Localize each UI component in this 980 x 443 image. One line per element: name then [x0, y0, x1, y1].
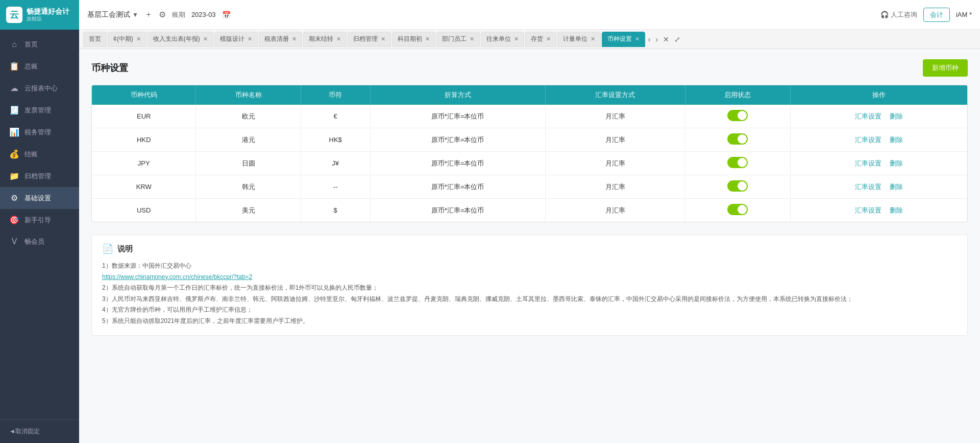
tab-interim[interactable]: ¢(中期)✕: [108, 32, 146, 47]
logo-icon: 云: [6, 7, 22, 23]
account-button[interactable]: 会计: [923, 8, 950, 22]
tab-currency[interactable]: 币种设置✕: [602, 32, 645, 47]
tab-close-icon[interactable]: ✕: [635, 36, 640, 42]
currency-code: EUR: [92, 105, 196, 128]
table-row: USD 美元 $ 原币*汇率=本位币 月汇率 汇率设置 删除: [92, 199, 967, 222]
reports-icon: ☁: [9, 83, 19, 93]
sidebar-item-reports[interactable]: ☁云报表中心: [0, 77, 79, 99]
notes-link[interactable]: https://www.chinamoney.com.cn/chinese/bk…: [102, 273, 252, 281]
rate-type: 月汇率: [545, 199, 685, 222]
main-area: 基层工会测试 ▼ ＋ ⚙ 账期 2023-03 📅 🎧 人工咨询 会计 iAM …: [79, 0, 980, 443]
tab-unit[interactable]: 计量单位✕: [557, 32, 601, 47]
enable-toggle[interactable]: [727, 133, 748, 145]
tab-close-icon[interactable]: ✕: [514, 36, 519, 42]
tab-close-icon[interactable]: ✕: [381, 36, 385, 42]
rate-setting-link[interactable]: 汇率设置: [855, 136, 881, 144]
notes-item: 2）系统自动获取每月第一个工作日的汇率标价，统一为直接标价法，即1外币可以兑换的…: [102, 283, 957, 294]
sidebar-item-label: 新手引导: [24, 216, 51, 225]
sidebar-footer[interactable]: ◄取消固定: [0, 419, 79, 443]
delete-link[interactable]: 删除: [890, 183, 903, 191]
tab-income[interactable]: 收入支出表(年报)✕: [148, 32, 213, 47]
tab-close-all-button[interactable]: ✕: [661, 35, 671, 43]
calendar-icon[interactable]: 📅: [222, 11, 231, 19]
settings-icon: ⚙: [9, 193, 19, 203]
calc-method: 原币*汇率=本位币: [370, 199, 545, 222]
delete-link[interactable]: 删除: [890, 136, 903, 144]
add-workspace-button[interactable]: ＋: [144, 9, 153, 20]
enable-toggle[interactable]: [727, 204, 748, 215]
enable-toggle[interactable]: [727, 110, 748, 121]
tab-partners[interactable]: 往来单位✕: [481, 32, 524, 47]
tax-icon: 📊: [9, 127, 19, 137]
tab-label: 存货: [531, 35, 543, 43]
tab-dept[interactable]: 部门员工✕: [436, 32, 480, 47]
notes-item: 4）无官方牌价的币种，可以用用户手工维护汇率信息；: [102, 305, 957, 316]
tab-close-icon[interactable]: ✕: [336, 36, 341, 42]
sidebar-item-settings[interactable]: ⚙基础设置: [0, 187, 79, 209]
sidebar-item-invoice[interactable]: 🧾发票管理: [0, 99, 79, 121]
tab-next-button[interactable]: ›: [653, 35, 660, 43]
rate-setting-link[interactable]: 汇率设置: [855, 112, 881, 120]
tab-label: 计量单位: [563, 35, 587, 43]
tab-period_end[interactable]: 期末结转✕: [303, 32, 347, 47]
tab-label: 税表清册: [264, 35, 289, 43]
tab-label: 收入支出表(年报): [153, 35, 200, 43]
calc-method: 原币*汇率=本位币: [370, 175, 545, 199]
calc-method: 原币*汇率=本位币: [370, 152, 545, 175]
settings-gear-icon[interactable]: ⚙: [159, 10, 166, 19]
tab-close-icon[interactable]: ✕: [546, 36, 551, 42]
tab-close-icon[interactable]: ✕: [591, 36, 595, 42]
sidebar-item-label: 结账: [24, 150, 38, 159]
tab-archive[interactable]: 归档管理✕: [348, 32, 391, 47]
currency-name: 美元: [196, 199, 301, 222]
notes-title: 📄 说明: [102, 243, 957, 254]
tab-home[interactable]: 首页: [83, 32, 107, 47]
sidebar-item-home[interactable]: ⌂首页: [0, 34, 79, 55]
new-currency-button[interactable]: 新增币种: [923, 59, 968, 77]
topbar: 基层工会测试 ▼ ＋ ⚙ 账期 2023-03 📅 🎧 人工咨询 会计 iAM …: [79, 0, 980, 30]
tab-label: 归档管理: [353, 35, 378, 43]
currency-code: KRW: [92, 175, 196, 199]
tab-template[interactable]: 模版设计✕: [214, 32, 258, 47]
sidebar-item-ledger[interactable]: 📋总账: [0, 55, 79, 77]
tab-close-icon[interactable]: ✕: [292, 36, 297, 42]
support-button[interactable]: 🎧 人工咨询: [880, 10, 917, 19]
rate-setting-link[interactable]: 汇率设置: [855, 159, 881, 167]
tab-close-icon[interactable]: ✕: [425, 36, 430, 42]
tab-tax_clear[interactable]: 税表清册✕: [259, 32, 302, 47]
delete-link[interactable]: 删除: [890, 159, 903, 167]
sidebar-item-vip[interactable]: V畅会员: [0, 231, 79, 252]
tab-close-icon[interactable]: ✕: [248, 36, 252, 42]
notes-item: 1）数据来源：中国外汇交易中心: [102, 261, 957, 272]
sidebar-item-guide[interactable]: 🎯新手引导: [0, 209, 79, 231]
sidebar-logo: 云 畅捷通好会计 旗舰版: [0, 0, 79, 30]
calc-method: 原币*汇率=本位币: [370, 105, 545, 128]
rate-setting-link[interactable]: 汇率设置: [855, 183, 881, 191]
sidebar-item-tax[interactable]: 📊税务管理: [0, 121, 79, 143]
rate-setting-link[interactable]: 汇率设置: [855, 206, 881, 214]
delete-link[interactable]: 删除: [890, 112, 903, 120]
enable-toggle[interactable]: [727, 157, 748, 168]
sidebar-item-label: 畅会员: [24, 237, 44, 246]
sidebar-item-checkout[interactable]: 💰结账: [0, 143, 79, 165]
tab-inventory[interactable]: 存货✕: [525, 32, 556, 47]
enable-toggle[interactable]: [727, 180, 748, 192]
tab-close-icon[interactable]: ✕: [470, 36, 474, 42]
col-header: 汇率设置方式: [545, 85, 685, 105]
tab-close-icon[interactable]: ✕: [136, 36, 141, 42]
currency-symbol: HK$: [301, 128, 370, 152]
tab-close-icon[interactable]: ✕: [203, 36, 208, 42]
notes-item: 3）人民币对马来西亚林吉特、俄罗斯卢布、南非兰特、韩元、阿联酋迪拉姆、沙特里亚尔…: [102, 294, 957, 305]
tab-label: 币种设置: [607, 35, 632, 43]
tab-expand-button[interactable]: ⤢: [672, 35, 682, 43]
currency-name: 韩元: [196, 175, 301, 199]
calc-method: 原币*汇率=本位币: [370, 128, 545, 152]
tab-prev-button[interactable]: ‹: [646, 35, 653, 43]
currency-table-container: 币种代码币种名称币符折算方式汇率设置方式启用状态操作 EUR 欧元 € 原币*汇…: [91, 85, 968, 222]
delete-link[interactable]: 删除: [890, 206, 903, 214]
sidebar-item-label: 发票管理: [24, 106, 51, 115]
sidebar-item-archive[interactable]: 📁归档管理: [0, 165, 79, 187]
col-header: 折算方式: [370, 85, 545, 105]
tab-subject[interactable]: 科目期初✕: [392, 32, 435, 47]
workspace-name[interactable]: 基层工会测试 ▼: [87, 10, 138, 19]
